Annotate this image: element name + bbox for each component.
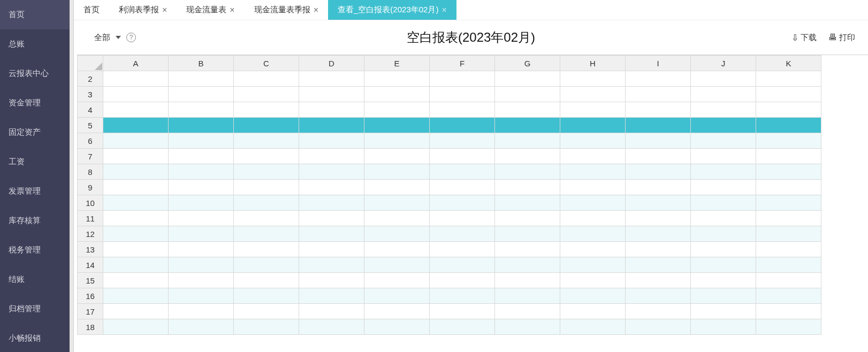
cell-F15[interactable] <box>430 273 495 288</box>
sidebar-item-10[interactable]: 归档管理 <box>0 294 70 324</box>
cell-G7[interactable] <box>495 149 560 164</box>
cell-K7[interactable] <box>756 149 821 164</box>
cell-I18[interactable] <box>626 319 691 335</box>
cell-A12[interactable] <box>103 226 169 242</box>
row-header-17[interactable]: 17 <box>78 304 103 319</box>
cell-J5[interactable] <box>691 118 756 133</box>
cell-F6[interactable] <box>430 133 495 149</box>
column-header-J[interactable]: J <box>691 56 756 71</box>
cell-F9[interactable] <box>430 180 495 195</box>
cell-D17[interactable] <box>299 304 364 319</box>
cell-J17[interactable] <box>691 304 756 319</box>
cell-J8[interactable] <box>691 164 756 180</box>
cell-G11[interactable] <box>495 211 560 226</box>
cell-J16[interactable] <box>691 288 756 304</box>
cell-A5[interactable] <box>103 118 169 133</box>
cell-I3[interactable] <box>626 87 691 102</box>
cell-F3[interactable] <box>430 87 495 102</box>
cell-G6[interactable] <box>495 133 560 149</box>
cell-C4[interactable] <box>234 102 299 118</box>
cell-B14[interactable] <box>169 257 234 273</box>
cell-G8[interactable] <box>495 164 560 180</box>
cell-J11[interactable] <box>691 211 756 226</box>
cell-D9[interactable] <box>299 180 364 195</box>
cell-B6[interactable] <box>169 133 234 149</box>
cell-E6[interactable] <box>364 133 430 149</box>
cell-D16[interactable] <box>299 288 364 304</box>
cell-B7[interactable] <box>169 149 234 164</box>
cell-E13[interactable] <box>364 242 430 257</box>
cell-H17[interactable] <box>560 304 626 319</box>
cell-F8[interactable] <box>430 164 495 180</box>
cell-A8[interactable] <box>103 164 169 180</box>
cell-C13[interactable] <box>234 242 299 257</box>
cell-B11[interactable] <box>169 211 234 226</box>
close-icon[interactable]: × <box>230 5 234 15</box>
cell-F17[interactable] <box>430 304 495 319</box>
row-header-5[interactable]: 5 <box>78 118 103 133</box>
cell-B17[interactable] <box>169 304 234 319</box>
cell-E17[interactable] <box>364 304 430 319</box>
sidebar-item-0[interactable]: 首页 <box>0 0 70 29</box>
cell-E11[interactable] <box>364 211 430 226</box>
row-header-8[interactable]: 8 <box>78 164 103 180</box>
cell-I11[interactable] <box>626 211 691 226</box>
cell-H10[interactable] <box>560 195 626 211</box>
cell-C7[interactable] <box>234 149 299 164</box>
cell-I5[interactable] <box>626 118 691 133</box>
cell-F5[interactable] <box>430 118 495 133</box>
cell-E10[interactable] <box>364 195 430 211</box>
cell-C17[interactable] <box>234 304 299 319</box>
column-header-F[interactable]: F <box>430 56 495 71</box>
cell-B12[interactable] <box>169 226 234 242</box>
cell-A6[interactable] <box>103 133 169 149</box>
cell-A10[interactable] <box>103 195 169 211</box>
row-header-12[interactable]: 12 <box>78 226 103 242</box>
corner-cell[interactable] <box>78 56 103 71</box>
cell-B4[interactable] <box>169 102 234 118</box>
cell-F16[interactable] <box>430 288 495 304</box>
sidebar-item-7[interactable]: 库存核算 <box>0 206 70 235</box>
column-header-H[interactable]: H <box>560 56 626 71</box>
cell-K17[interactable] <box>756 304 821 319</box>
row-header-11[interactable]: 11 <box>78 211 103 226</box>
sidebar-item-3[interactable]: 资金管理 <box>0 88 70 118</box>
cell-D4[interactable] <box>299 102 364 118</box>
cell-C5[interactable] <box>234 118 299 133</box>
cell-D13[interactable] <box>299 242 364 257</box>
cell-B8[interactable] <box>169 164 234 180</box>
cell-J18[interactable] <box>691 319 756 335</box>
cell-H12[interactable] <box>560 226 626 242</box>
row-header-14[interactable]: 14 <box>78 257 103 273</box>
cell-A9[interactable] <box>103 180 169 195</box>
tab-4[interactable]: 查看_空白报表(2023年02月)× <box>328 0 456 20</box>
cell-K2[interactable] <box>756 71 821 87</box>
cell-F4[interactable] <box>430 102 495 118</box>
print-button[interactable]: 打印 <box>828 33 855 43</box>
cell-G2[interactable] <box>495 71 560 87</box>
cell-I13[interactable] <box>626 242 691 257</box>
row-header-15[interactable]: 15 <box>78 273 103 288</box>
cell-G3[interactable] <box>495 87 560 102</box>
tab-2[interactable]: 现金流量表× <box>177 0 244 20</box>
cell-F2[interactable] <box>430 71 495 87</box>
row-header-4[interactable]: 4 <box>78 102 103 118</box>
sidebar-item-9[interactable]: 结账 <box>0 265 70 294</box>
cell-B18[interactable] <box>169 319 234 335</box>
cell-C8[interactable] <box>234 164 299 180</box>
column-header-E[interactable]: E <box>364 56 430 71</box>
cell-H11[interactable] <box>560 211 626 226</box>
cell-E12[interactable] <box>364 226 430 242</box>
cell-A3[interactable] <box>103 87 169 102</box>
close-icon[interactable]: × <box>162 5 167 15</box>
cell-I9[interactable] <box>626 180 691 195</box>
cell-F11[interactable] <box>430 211 495 226</box>
cell-G17[interactable] <box>495 304 560 319</box>
cell-E4[interactable] <box>364 102 430 118</box>
cell-F13[interactable] <box>430 242 495 257</box>
cell-I6[interactable] <box>626 133 691 149</box>
cell-K9[interactable] <box>756 180 821 195</box>
cell-C3[interactable] <box>234 87 299 102</box>
cell-I2[interactable] <box>626 71 691 87</box>
cell-K13[interactable] <box>756 242 821 257</box>
